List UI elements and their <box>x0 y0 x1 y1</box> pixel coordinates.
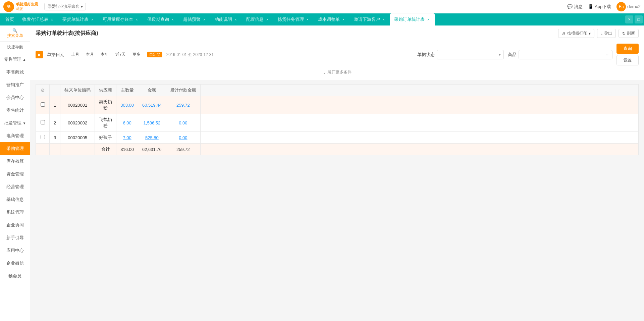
sidebar-item-system-label: 系统管理 <box>6 209 24 215</box>
th-qty: 主数量 <box>116 85 138 96</box>
content-area: 采购订单统计表(按供应商) 🖨 按模板打印 ▾ ↓ 导出 ↻ 刷新 <box>30 25 644 321</box>
tab-config-info[interactable]: 配置信息 × <box>242 13 274 25</box>
tab-pick-task[interactable]: 拣货任务管理 × <box>274 13 314 25</box>
sidebar: 🔍 搜索菜单 快捷导航 零售管理 ▲ 零售商城 营销推广 会员中心 零售统计 批… <box>0 25 30 321</box>
custom-date-tag[interactable]: 自定义 <box>147 52 162 57</box>
tab-function-desc-close[interactable]: × <box>233 17 238 22</box>
print-icon: 🖨 <box>562 31 566 36</box>
tab-purchase-summary[interactable]: 采购订单统计表 × <box>390 13 435 25</box>
th-supplier-code: 往来单位编码 <box>60 85 95 96</box>
nav-end-buttons: × □ <box>625 15 643 23</box>
cell-checkbox[interactable] <box>36 132 50 144</box>
sidebar-item-operations[interactable]: 经营管理 <box>0 180 30 193</box>
workspace-selector[interactable]: 母婴行业演示账套 ▾ <box>44 3 86 10</box>
tab-home[interactable]: 首页 <box>1 13 18 25</box>
cell-amount: 60,519.44 <box>138 96 166 114</box>
tab-purchase-summary-close[interactable]: × <box>426 17 431 22</box>
tab-order-summary[interactable]: 要货单统计表 × <box>58 13 99 25</box>
export-icon: ↓ <box>601 31 603 36</box>
tab-order-summary-close[interactable]: × <box>90 17 95 22</box>
expand-filter-button[interactable]: ⌄ 展开更多条件 <box>319 68 356 76</box>
chevron-print-icon: ▾ <box>589 31 591 36</box>
sidebar-item-system[interactable]: 系统管理 <box>0 206 30 219</box>
tab-invite-downstream[interactable]: 邀请下游客户 × <box>350 13 390 25</box>
row-checkbox[interactable] <box>41 135 45 139</box>
sidebar-item-marketing[interactable]: 营销推广 <box>0 78 30 91</box>
tab-available-stock[interactable]: 可用量库存账本 × <box>99 13 143 25</box>
top-bar-right: 💬 消息 📱 App下载 Ea demo2 <box>567 2 641 11</box>
user-avatar[interactable]: Ea demo2 <box>616 2 641 11</box>
print-label: 按模板打印 <box>567 31 587 36</box>
sidebar-search-label: 搜索菜单 <box>1 33 29 39</box>
sidebar-item-finance[interactable]: 资金管理 <box>0 168 30 180</box>
sidebar-item-basic-info[interactable]: 基础信息 <box>0 193 30 206</box>
footer-label: 合计 <box>95 144 116 155</box>
sidebar-item-member[interactable]: 会员中心 <box>0 91 30 104</box>
sidebar-item-app-center-label: 应用中心 <box>6 248 24 254</box>
close-all-tabs-button[interactable]: × <box>625 15 633 23</box>
sidebar-item-vip[interactable]: 畅会员 <box>0 270 30 282</box>
table-row: 3 00020005 好孩子 7.00 525.80 0.00 <box>36 132 639 144</box>
sidebar-item-retail-mall[interactable]: 零售商城 <box>0 66 30 78</box>
tab-warranty-query[interactable]: 保质期查询 × <box>143 13 179 25</box>
tab-function-desc[interactable]: 功能说明 × <box>211 13 242 25</box>
tab-function-desc-label: 功能说明 <box>215 16 232 22</box>
tab-cost-adjust[interactable]: 成本调整单 × <box>314 13 350 25</box>
tab-receive-summary-close[interactable]: × <box>50 17 54 22</box>
status-select[interactable]: ▾ <box>437 50 504 59</box>
sidebar-item-purchase[interactable]: 采购管理 <box>0 142 30 155</box>
cell-checkbox[interactable] <box>36 114 50 132</box>
sidebar-item-retail-stats[interactable]: 零售统计 <box>0 104 30 117</box>
sidebar-item-wholesale[interactable]: 批发管理 ▼ <box>0 117 30 129</box>
sidebar-item-basic-info-label: 基础信息 <box>6 197 24 203</box>
cell-checkbox[interactable] <box>36 96 50 114</box>
tab-over-stock-warning-close[interactable]: × <box>202 17 207 22</box>
date-7days-button[interactable]: 近7天 <box>113 51 128 58</box>
print-button[interactable]: 🖨 按模板打印 ▾ <box>558 29 594 38</box>
setting-button[interactable]: 设置 <box>616 55 639 65</box>
sidebar-search[interactable]: 🔍 搜索菜单 <box>0 25 30 42</box>
sidebar-item-onboarding[interactable]: 新手引导 <box>0 231 30 244</box>
goods-input[interactable]: ··· <box>519 50 612 59</box>
tab-available-stock-close[interactable]: × <box>135 17 139 22</box>
tab-receive-summary[interactable]: 收发存汇总表 × <box>18 13 58 25</box>
table-footer: 合计 316.00 62,631.76 259.72 <box>36 144 639 155</box>
tab-config-info-close[interactable]: × <box>265 17 270 22</box>
app-download-button[interactable]: 📱 App下载 <box>588 4 611 10</box>
sidebar-item-enterprise-wechat-label: 企业微信 <box>6 260 24 266</box>
sidebar-item-vip-label: 畅会员 <box>8 273 21 279</box>
tab-invite-downstream-close[interactable]: × <box>381 17 386 22</box>
chevron-expand-icon: ⌄ <box>323 70 326 75</box>
date-more-button[interactable]: 更多 <box>130 51 143 58</box>
message-button[interactable]: 💬 消息 <box>567 4 583 10</box>
sidebar-quick-nav[interactable]: 快捷导航 <box>0 42 30 53</box>
tab-over-stock-warning-label: 超储预警 <box>183 16 201 22</box>
row-checkbox[interactable] <box>41 102 45 107</box>
tab-warranty-query-close[interactable]: × <box>170 17 175 22</box>
tab-pick-task-close[interactable]: × <box>305 17 310 22</box>
logo-area: 畅 畅捷通好生意 标版 <box>3 1 38 12</box>
sidebar-item-enterprise[interactable]: 企业协同 <box>0 219 30 231</box>
sidebar-item-inventory-label: 库存核算 <box>6 158 24 164</box>
export-button[interactable]: ↓ 导出 <box>597 29 616 38</box>
sidebar-item-enterprise-wechat[interactable]: 企业微信 <box>0 257 30 270</box>
sidebar-item-app-center[interactable]: 应用中心 <box>0 244 30 257</box>
date-this-month-button[interactable]: 本月 <box>83 51 97 58</box>
maximize-button[interactable]: □ <box>635 15 643 23</box>
date-this-year-button[interactable]: 本年 <box>98 51 111 58</box>
sidebar-item-member-label: 会员中心 <box>6 95 24 101</box>
sidebar-item-inventory[interactable]: 库存核算 <box>0 155 30 168</box>
expand-filter-label: 展开更多条件 <box>327 69 352 75</box>
tab-over-stock-warning[interactable]: 超储预警 × <box>179 13 211 25</box>
sidebar-item-ecommerce[interactable]: 电商管理 <box>0 129 30 142</box>
gear-icon[interactable]: ⚙ <box>40 88 45 93</box>
filter-toggle-button[interactable]: ▶ <box>36 51 43 58</box>
tab-cost-adjust-close[interactable]: × <box>341 17 346 22</box>
cell-supplier: 好孩子 <box>95 132 116 144</box>
row-checkbox[interactable] <box>41 120 45 124</box>
date-last-month-button[interactable]: 上月 <box>68 51 82 58</box>
refresh-button[interactable]: ↻ 刷新 <box>619 29 639 38</box>
query-button[interactable]: 查询 <box>616 44 639 54</box>
table-header: ⚙ 往来单位编码 供应商 主数量 金额 累计付款金额 <box>36 85 639 96</box>
sidebar-item-retail[interactable]: 零售管理 ▲ <box>0 53 30 66</box>
